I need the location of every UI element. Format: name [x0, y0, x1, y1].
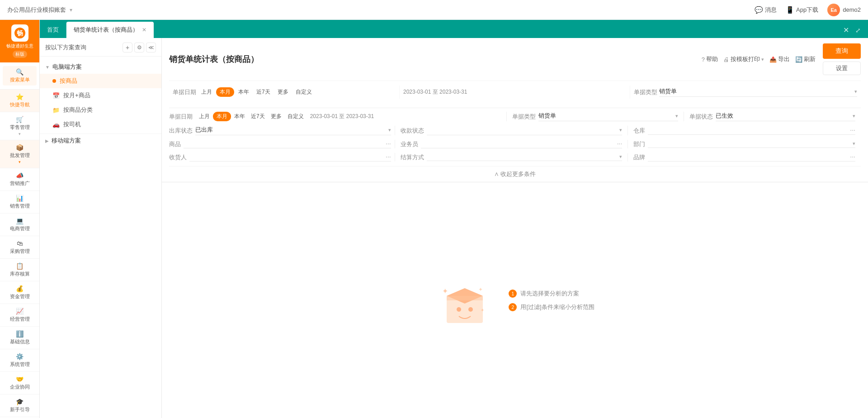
car-icon: 🚗 — [52, 121, 60, 128]
sidebar-item-system[interactable]: ⚙️ 系统管理 — [0, 349, 39, 372]
goods-label: 商品 — [169, 140, 181, 148]
sidebar-item-inventory[interactable]: 📋 库存核算 — [0, 259, 39, 281]
wh-status-label: 出库状态 — [169, 127, 193, 135]
tab-close-btn[interactable]: ✕ — [142, 27, 146, 33]
help-icon: ? — [702, 56, 705, 63]
department-label: 部门 — [633, 140, 645, 148]
filter-date-range: 2023-03-01 至 2023-03-31 — [400, 86, 630, 99]
plan-item-by-category[interactable]: 📁 按商品分类 — [40, 103, 161, 117]
more-btn[interactable]: 更多 — [268, 112, 284, 121]
brand-label: 品牌 — [633, 153, 645, 162]
salesperson-select[interactable]: ··· — [421, 140, 623, 148]
payment-status-select[interactable]: ▾ — [427, 126, 623, 135]
tab-restore-btn[interactable]: ⤢ — [854, 25, 863, 36]
settlement-select[interactable]: ▾ — [427, 154, 623, 161]
date-btn-more[interactable]: 更多 — [274, 87, 292, 97]
receiver-select[interactable]: ··· — [189, 153, 391, 162]
sidebar-item-sales[interactable]: 📊 销售管理 — [0, 191, 39, 214]
sidebar-item-marketing[interactable]: 📣 营销推广 — [0, 168, 39, 191]
wh-status-select[interactable]: 已出库 ▾ — [195, 126, 391, 135]
svg-point-5 — [457, 307, 461, 312]
message-btn[interactable]: 💬 消息 — [755, 6, 777, 14]
logo-text: 畅捷通好生意 — [6, 43, 33, 49]
sidebar-item-quick-nav[interactable]: ⭐ 快捷导航 — [0, 90, 39, 112]
sidebar-item-management[interactable]: 📈 经营管理 — [0, 304, 39, 327]
export-icon: 📤 — [769, 56, 777, 63]
7days-btn[interactable]: 近7天 — [248, 112, 268, 121]
tab-home[interactable]: 首页 — [40, 22, 66, 38]
date-btn-this-year[interactable]: 本年 — [235, 87, 252, 97]
plan-settings-btn[interactable]: ⚙ — [134, 43, 144, 52]
sidebar-item-basic-info[interactable]: ℹ️ 基础信息 — [0, 327, 39, 349]
date-btn-7days[interactable]: 近7天 — [253, 87, 274, 97]
refresh-icon: 🔄 — [795, 56, 802, 63]
sidebar-item-finance[interactable]: 💰 资金管理 — [0, 281, 39, 304]
user-profile[interactable]: Ea demo2 — [827, 4, 861, 16]
date-btn-custom[interactable]: 自定义 — [292, 87, 315, 97]
collapse-filter-btn[interactable]: ∧ 收起更多条件 — [169, 166, 861, 182]
sidebar-item-retail[interactable]: 🛒 零售管理 ▾ — [0, 112, 39, 140]
department-select[interactable]: ▾ — [648, 141, 855, 148]
plan-group-mobile[interactable]: ▶ 移动端方案 — [40, 133, 161, 147]
doc-type-label: 单据类型 — [634, 88, 659, 96]
message-icon: 💬 — [755, 6, 763, 14]
date-btn-last-month[interactable]: 上月 — [198, 87, 215, 97]
plan-item-by-goods[interactable]: 按商品 — [40, 74, 161, 88]
plan-item-by-driver[interactable]: 🚗 按司机 — [40, 117, 161, 132]
goods-select[interactable]: ··· — [184, 140, 391, 148]
tab-bar: 首页 销货单统计表（按商品） ✕ ✕ ⤢ — [40, 20, 868, 38]
plan-collapse-btn[interactable]: ≪ — [146, 43, 156, 52]
filter-doctype-label: 单据类型 — [512, 113, 536, 121]
sidebar-item-purchase[interactable]: 🛍 采购管理 — [0, 236, 39, 259]
svg-text:✦: ✦ — [442, 287, 448, 295]
custom-btn[interactable]: 自定义 — [285, 112, 307, 121]
this-year-btn[interactable]: 本年 — [231, 112, 248, 121]
folder-icon: 📁 — [52, 107, 60, 114]
print-action[interactable]: 🖨 按模板打印 ▾ — [723, 55, 764, 63]
empty-tip-1: 1 请先选择要分析的方案 — [509, 290, 594, 298]
prev-month-btn[interactable]: 上月 — [196, 112, 212, 121]
filter-doc-type[interactable]: 单据类型 销货单 ▾ — [630, 86, 861, 99]
payment-status-label: 收款状态 — [401, 127, 424, 135]
app-title: 办公用品行业模拟账套 — [7, 6, 66, 14]
doc-type-arrow: ▾ — [854, 89, 857, 95]
filter-date: 单据日期 上月 本月 本年 近7天 更多 自定义 — [169, 86, 400, 99]
sidebar-search-btn[interactable]: 🔍 搜索菜单 — [0, 62, 39, 90]
plan-group-desktop[interactable]: ▼ 电脑端方案 — [40, 60, 161, 74]
query-button[interactable]: 查询 — [823, 43, 861, 59]
refresh-action[interactable]: 🔄 刷新 — [795, 55, 816, 63]
filter-docstatus-label: 单据状态 — [689, 113, 713, 121]
sidebar-item-ecommerce[interactable]: 💻 电商管理 — [0, 214, 39, 236]
this-month-btn[interactable]: 本月 — [213, 112, 231, 121]
tab-sales-report[interactable]: 销货单统计表（按商品） ✕ — [66, 22, 154, 38]
empty-tip-2: 2 用[过滤]条件来缩小分析范围 — [509, 303, 594, 311]
settings-button[interactable]: 设置 — [823, 62, 861, 75]
svg-text:✦: ✦ — [481, 308, 484, 313]
left-plan-panel: 按以下方案查询 + ⚙ ≪ ▼ 电脑端方案 — [40, 38, 162, 418]
app-download-btn[interactable]: 📱 App下载 — [786, 6, 818, 14]
sidebar-logo[interactable]: 畅 畅捷通好生意 标版 — [0, 20, 39, 62]
sidebar-item-wholesale[interactable]: 📦 批发管理 ▾ — [0, 140, 39, 168]
tab-close-window-btn[interactable]: ✕ — [841, 24, 851, 36]
print-icon: 🖨 — [723, 56, 729, 63]
empty-state: ✦ ✦ ✦ 1 请先选择要分析的方案 — [435, 271, 594, 330]
date-btn-this-month[interactable]: 本月 — [216, 87, 234, 97]
help-action[interactable]: ? 帮助 — [702, 55, 718, 63]
data-area: ✦ ✦ ✦ 1 请先选择要分析的方案 — [162, 182, 868, 418]
date-range-display: 2023-03-01 至 2023-03-31 — [310, 113, 374, 120]
warehouse-select[interactable]: ··· — [648, 126, 855, 135]
filter-docstatus-select[interactable]: 已生效 ▾ — [716, 112, 855, 121]
filter-area: 销货单统计表（按商品） ? 帮助 🖨 按模板打印 — [162, 38, 868, 182]
empty-illustration: ✦ ✦ ✦ — [435, 271, 494, 330]
sidebar: 畅 畅捷通好生意 标版 🔍 搜索菜单 ⭐ 快捷导航 🛒 — [0, 20, 40, 418]
plan-add-btn[interactable]: + — [123, 43, 132, 52]
sidebar-item-collab[interactable]: 🤝 企业协同 — [0, 372, 39, 394]
logo-subtext: 标版 — [13, 51, 27, 58]
sidebar-item-guide[interactable]: 🎓 新手引导 — [0, 394, 39, 417]
brand-select[interactable]: ··· — [648, 153, 855, 162]
export-action[interactable]: 📤 导出 — [769, 55, 790, 63]
plan-item-by-month-goods[interactable]: 📅 按月+商品 — [40, 88, 161, 103]
dropdown-arrow[interactable]: ▾ — [70, 7, 72, 13]
filter-doctype-select[interactable]: 销货单 ▾ — [538, 112, 678, 121]
download-icon: 📱 — [786, 6, 794, 14]
